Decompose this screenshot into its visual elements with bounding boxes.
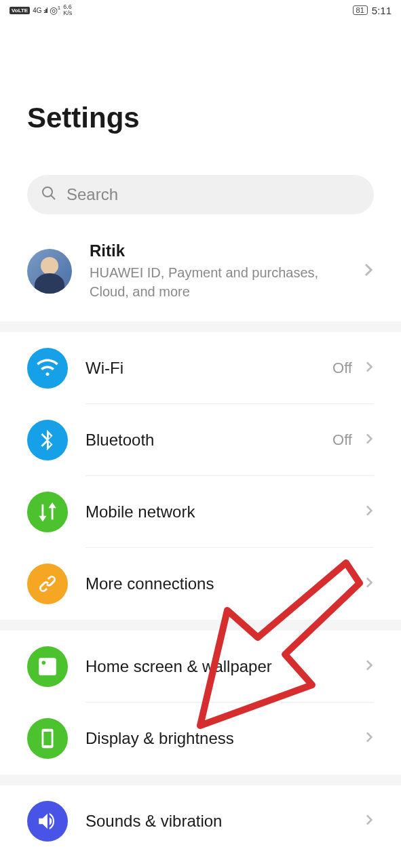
signal-indicator: 4G ₁ıııl	[33, 7, 47, 14]
row-wifi[interactable]: Wi-Fi Off	[27, 332, 401, 404]
wifi-icon	[27, 348, 68, 389]
section-divider	[0, 620, 401, 631]
chevron-right-icon	[366, 658, 374, 675]
row-value: Off	[332, 431, 352, 449]
profile-subtitle: HUAWEI ID, Payment and purchases, Cloud,…	[90, 263, 347, 301]
row-home-wallpaper[interactable]: Home screen & wallpaper	[27, 631, 401, 703]
chevron-right-icon	[366, 813, 374, 829]
search-placeholder: Search	[66, 185, 118, 204]
hotspot-icon: ◎1	[50, 5, 60, 16]
network-speed: 6.6 K/s	[63, 4, 72, 16]
row-value: Off	[332, 359, 352, 377]
volte-badge: VoLTE	[9, 7, 30, 14]
section-divider	[0, 774, 401, 785]
search-input[interactable]: Search	[27, 175, 374, 214]
row-bluetooth[interactable]: Bluetooth Off	[27, 404, 401, 476]
row-label: Wi-Fi	[85, 359, 319, 378]
mobile-data-icon	[27, 492, 68, 532]
avatar	[27, 249, 72, 294]
row-label: Bluetooth	[85, 431, 319, 450]
wallpaper-icon	[27, 646, 68, 687]
chevron-right-icon	[364, 262, 374, 281]
row-label: Mobile network	[85, 502, 352, 521]
row-mobile-network[interactable]: Mobile network	[27, 476, 401, 548]
profile-name: Ritik	[90, 241, 347, 260]
row-sounds-vibration[interactable]: Sounds & vibration	[27, 785, 401, 857]
battery-indicator: 81	[353, 5, 368, 15]
status-right: 81 5:11	[353, 5, 392, 16]
sound-icon	[27, 801, 68, 842]
page-title: Settings	[0, 20, 401, 175]
svg-line-1	[51, 195, 55, 199]
row-label: More connections	[85, 574, 352, 593]
display-icon	[27, 718, 68, 759]
row-label: Sounds & vibration	[85, 812, 352, 831]
row-display-brightness[interactable]: Display & brightness	[27, 703, 401, 774]
status-bar: VoLTE 4G ₁ıııl ◎1 6.6 K/s 81 5:11	[0, 0, 401, 20]
profile-row[interactable]: Ritik HUAWEI ID, Payment and purchases, …	[0, 241, 401, 321]
clock: 5:11	[372, 5, 392, 16]
chevron-right-icon	[366, 504, 374, 520]
chevron-right-icon	[366, 432, 374, 448]
search-icon	[41, 185, 57, 204]
row-more-connections[interactable]: More connections	[27, 548, 401, 620]
row-label: Display & brightness	[85, 729, 352, 748]
chevron-right-icon	[366, 730, 374, 747]
chevron-right-icon	[366, 576, 374, 592]
chevron-right-icon	[366, 360, 374, 376]
status-left: VoLTE 4G ₁ıııl ◎1 6.6 K/s	[9, 4, 72, 16]
section-divider	[0, 321, 401, 332]
bluetooth-icon	[27, 420, 68, 460]
link-icon	[27, 564, 68, 604]
row-label: Home screen & wallpaper	[85, 657, 352, 676]
svg-point-0	[43, 187, 52, 197]
